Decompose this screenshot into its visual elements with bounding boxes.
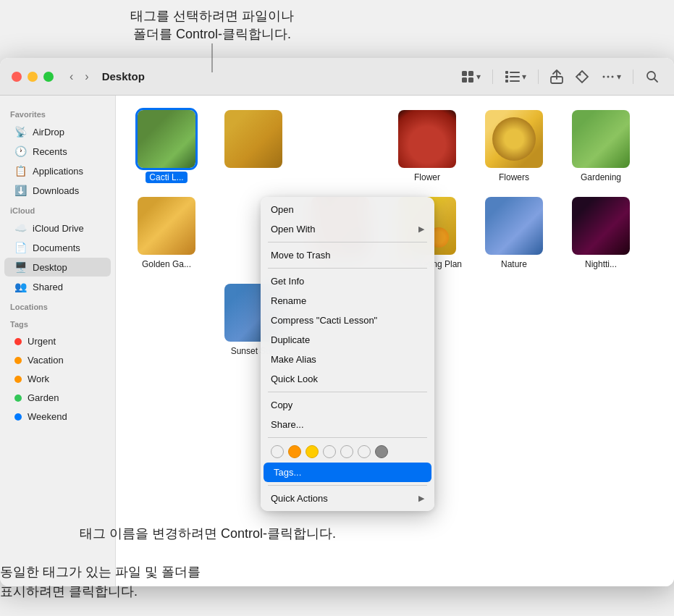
- flower-label: Flower: [414, 172, 440, 182]
- menu-copy[interactable]: Copy: [261, 395, 434, 415]
- shared-icon: 👥: [14, 281, 27, 292]
- tag-button[interactable]: [572, 67, 592, 87]
- color-dot-orange[interactable]: [288, 445, 301, 458]
- menu-rename[interactable]: Rename: [261, 291, 434, 311]
- svg-rect-5: [505, 75, 508, 78]
- color-dot-white3[interactable]: [358, 445, 371, 458]
- menu-quick-actions[interactable]: Quick Actions ▶: [261, 489, 434, 508]
- color-dot-none[interactable]: [271, 445, 284, 458]
- svg-rect-3: [468, 77, 473, 83]
- back-button[interactable]: ‹: [65, 69, 77, 85]
- file-district[interactable]: [217, 110, 290, 182]
- svg-rect-8: [510, 76, 520, 77]
- menu-sep-3: [268, 392, 427, 392]
- svg-rect-2: [462, 77, 467, 83]
- menu-tags[interactable]: Tags...: [264, 463, 431, 482]
- file-flowers[interactable]: Flowers: [478, 110, 550, 182]
- toolbar-icons: ▾ ▾: [458, 67, 662, 87]
- svg-point-13: [607, 75, 610, 77]
- file-flower[interactable]: Flower: [391, 110, 463, 182]
- sidebar-item-recents[interactable]: 🕐 Recents: [4, 142, 111, 161]
- main-content: Favorites 📡 AirDrop 🕐 Recents 📋 Applicat…: [0, 96, 674, 586]
- file-nighttime[interactable]: Nightti...: [565, 197, 637, 269]
- svg-rect-7: [510, 72, 520, 73]
- file-nature[interactable]: Nature: [478, 197, 550, 269]
- close-button[interactable]: [12, 72, 22, 82]
- cacti-label: Cacti L...: [146, 172, 187, 182]
- traffic-lights: [12, 72, 54, 82]
- context-menu: Open Open With ▶ Move to Trash Get Info …: [261, 197, 434, 511]
- menu-quick-look[interactable]: Quick Look: [261, 369, 434, 389]
- garden-dot: [14, 395, 22, 402]
- color-dot-gray[interactable]: [375, 445, 388, 458]
- open-with-arrow: ▶: [418, 224, 424, 234]
- nature-thumb: [485, 197, 543, 255]
- share-button[interactable]: [547, 67, 566, 87]
- menu-sep-4: [268, 437, 427, 438]
- color-dot-white1[interactable]: [323, 445, 336, 458]
- view-list-button[interactable]: ▾: [502, 67, 529, 87]
- menu-open[interactable]: Open: [261, 200, 434, 219]
- urgent-dot: [14, 338, 22, 345]
- forward-button[interactable]: ›: [80, 69, 93, 85]
- sidebar-item-desktop[interactable]: 🖥️ Desktop: [4, 258, 111, 277]
- toolbar-divider: [492, 69, 493, 84]
- district-thumb: [224, 110, 282, 168]
- weekend-dot: [14, 413, 22, 421]
- sidebar-item-weekend[interactable]: Weekend: [4, 408, 111, 426]
- sidebar-item-garden[interactable]: Garden: [4, 389, 111, 407]
- icloud-drive-icon: ☁️: [14, 222, 27, 234]
- toolbar-divider-3: [633, 69, 633, 84]
- svg-rect-9: [510, 80, 520, 82]
- work-dot: [14, 376, 22, 383]
- menu-sep-1: [268, 242, 427, 242]
- nav-buttons: ‹ ›: [65, 69, 93, 85]
- svg-point-12: [603, 75, 605, 77]
- documents-icon: 📄: [14, 242, 27, 253]
- file-golden[interactable]: Golden Ga...: [130, 197, 203, 269]
- minimize-button[interactable]: [28, 72, 38, 82]
- sidebar-item-icloud-drive[interactable]: ☁️ iCloud Drive: [4, 219, 111, 237]
- color-dot-yellow[interactable]: [306, 445, 319, 458]
- view-grid-button[interactable]: ▾: [458, 67, 484, 87]
- sidebar-item-vacation[interactable]: Vacation: [4, 351, 111, 369]
- menu-open-with[interactable]: Open With ▶: [261, 219, 434, 239]
- file-area: Cacti L... Flower Flowers: [116, 96, 674, 586]
- sidebar-item-documents[interactable]: 📄 Documents: [4, 238, 111, 257]
- sidebar-item-urgent[interactable]: Urgent: [4, 332, 111, 350]
- downloads-icon: ⬇️: [14, 185, 27, 196]
- sidebar: Favorites 📡 AirDrop 🕐 Recents 📋 Applicat…: [0, 96, 116, 586]
- menu-duplicate[interactable]: Duplicate: [261, 330, 434, 350]
- svg-rect-1: [468, 71, 473, 76]
- menu-move-trash[interactable]: Move to Trash: [261, 245, 434, 265]
- menu-get-info[interactable]: Get Info: [261, 271, 434, 291]
- menu-share[interactable]: Share...: [261, 415, 434, 434]
- svg-rect-6: [505, 80, 508, 83]
- applications-icon: 📋: [14, 165, 27, 177]
- file-gardening[interactable]: Gardening: [565, 110, 637, 182]
- color-dots-row: [261, 441, 434, 463]
- gardening-thumb: [572, 110, 630, 168]
- sidebar-item-airdrop[interactable]: 📡 AirDrop: [4, 122, 111, 141]
- menu-make-alias[interactable]: Make Alias: [261, 350, 434, 369]
- spacer: [304, 110, 376, 182]
- sidebar-item-work[interactable]: Work: [4, 370, 111, 388]
- flowers-label: Flowers: [499, 172, 529, 182]
- icloud-label: iCloud: [0, 201, 115, 218]
- window-title: Desktop: [102, 70, 145, 83]
- favorites-label: Favorites: [0, 104, 115, 122]
- annotation-top: 태그를 선택하려면 파일이나 폴더를 Control-클릭합니다.: [130, 7, 294, 43]
- search-button[interactable]: [642, 67, 662, 87]
- color-dot-white2[interactable]: [340, 445, 353, 458]
- annotation-bottom-right: 태그 이름을 변경하려면 Control-클릭합니다.: [80, 524, 336, 544]
- sidebar-item-shared[interactable]: 👥 Shared: [4, 277, 111, 296]
- file-cacti[interactable]: Cacti L...: [130, 110, 203, 182]
- menu-compress[interactable]: Compress "Cacti Lesson": [261, 311, 434, 330]
- fullscreen-button[interactable]: [43, 72, 54, 82]
- sidebar-item-downloads[interactable]: ⬇️ Downloads: [4, 181, 111, 200]
- vacation-dot: [14, 357, 22, 364]
- gardening-label: Gardening: [581, 172, 621, 182]
- sidebar-item-applications[interactable]: 📋 Applications: [4, 161, 111, 180]
- nighttime-label: Nightti...: [585, 259, 617, 269]
- more-button[interactable]: ▾: [598, 67, 624, 87]
